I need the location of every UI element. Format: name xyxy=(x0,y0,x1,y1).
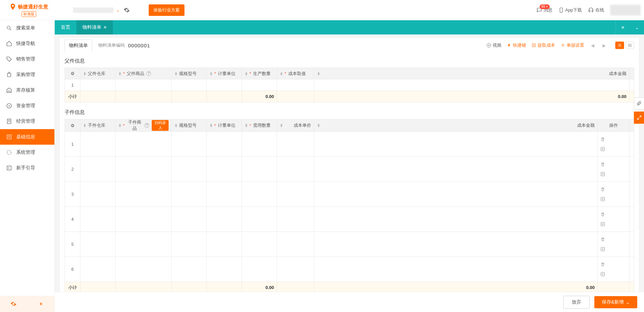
col-parent-warehouse[interactable]: ▲▼父件仓库 xyxy=(80,68,116,79)
cell-input[interactable] xyxy=(207,79,242,91)
expand-tab[interactable] xyxy=(634,112,644,124)
scan-input-tag[interactable]: 扫码录入 xyxy=(152,120,169,131)
tab-home[interactable]: 首页 xyxy=(55,20,76,34)
list-view-toggle[interactable] xyxy=(615,42,624,49)
cell-input[interactable] xyxy=(314,232,598,257)
cta-button[interactable]: 体验行业方案 xyxy=(149,4,184,16)
cell-input[interactable] xyxy=(277,132,314,157)
col-parent-costbasis[interactable]: ▲▼*成本取值 xyxy=(277,68,314,79)
col-parent-unit[interactable]: ▲▼*计量单位 xyxy=(207,68,242,79)
help-icon[interactable]: ? xyxy=(146,71,151,76)
cell-input[interactable] xyxy=(242,207,277,232)
table-row[interactable]: 1 xyxy=(65,132,634,157)
org-selector[interactable]: ⌄ xyxy=(73,7,120,13)
col-gear[interactable]: ⚙ xyxy=(65,119,80,132)
cell-input[interactable] xyxy=(80,207,116,232)
sidebar-item-finance[interactable]: ¥ 资金管理 xyxy=(0,98,54,114)
sidebar-item-purchase[interactable]: 采购管理 xyxy=(0,67,54,82)
settings-gear-icon[interactable] xyxy=(124,7,130,13)
cell-input[interactable] xyxy=(242,132,277,157)
sidebar-item-search[interactable]: 搜索菜单 xyxy=(0,20,54,36)
online-support-link[interactable]: 在线 xyxy=(588,7,604,13)
footer-gear-icon[interactable] xyxy=(10,301,17,307)
discard-button[interactable]: 放弃 xyxy=(563,296,590,309)
cell-input[interactable] xyxy=(172,132,207,157)
cell-input[interactable] xyxy=(314,79,629,91)
col-child-costamount[interactable]: ▲▼成本金额 xyxy=(314,119,598,132)
cell-input[interactable] xyxy=(116,182,172,207)
cell-input[interactable] xyxy=(80,79,116,91)
cell-input[interactable] xyxy=(80,257,116,282)
delete-row-icon[interactable] xyxy=(600,237,626,242)
add-row-icon[interactable] xyxy=(600,272,626,277)
cell-input[interactable] xyxy=(242,232,277,257)
col-gear[interactable]: ⚙ xyxy=(65,68,80,79)
doc-settings-link[interactable]: 单据设置 xyxy=(561,42,584,48)
cell-input[interactable] xyxy=(207,207,242,232)
cell-input[interactable] xyxy=(277,257,314,282)
delete-row-icon[interactable] xyxy=(600,187,626,192)
cell-input[interactable] xyxy=(172,257,207,282)
sidebar-item-system[interactable]: 系统管理 xyxy=(0,145,54,160)
app-download-link[interactable]: App下载 xyxy=(559,7,582,13)
cell-input[interactable] xyxy=(116,232,172,257)
shortcut-link[interactable]: 快捷键 xyxy=(507,42,526,48)
sidebar-item-operations[interactable]: 经营管理 xyxy=(0,114,54,129)
card-view-toggle[interactable] xyxy=(625,42,634,49)
cell-input[interactable] xyxy=(314,182,598,207)
tab-bom[interactable]: 物料清单 ✕ xyxy=(76,20,113,34)
add-row-icon[interactable] xyxy=(600,222,626,226)
table-row[interactable]: 6 xyxy=(65,257,634,282)
extract-cost-link[interactable]: 提取成本 xyxy=(531,42,555,48)
sidebar-item-quicknav[interactable]: 快捷导航 xyxy=(0,36,54,51)
cell-input[interactable] xyxy=(172,232,207,257)
save-new-button[interactable]: 保存&新增 ⌄ xyxy=(594,296,637,308)
cell-input[interactable] xyxy=(116,207,172,232)
col-child-unitcost[interactable]: ▲▼成本单价 xyxy=(277,119,314,132)
add-row-icon[interactable] xyxy=(600,147,626,151)
cell-input[interactable] xyxy=(207,157,242,182)
table-row[interactable]: 3 xyxy=(65,182,634,207)
col-parent-costamount[interactable]: ▲▼成本金额 xyxy=(314,68,629,79)
cell-input[interactable] xyxy=(242,182,277,207)
add-row-icon[interactable] xyxy=(600,247,626,251)
cell-input[interactable] xyxy=(207,132,242,157)
col-child-warehouse[interactable]: ▲▼子件仓库 xyxy=(80,119,116,132)
add-row-icon[interactable] xyxy=(600,172,626,176)
cell-input[interactable] xyxy=(172,207,207,232)
close-icon[interactable]: ✕ xyxy=(103,25,107,30)
table-row[interactable]: 5 xyxy=(65,232,634,257)
cell-input[interactable] xyxy=(80,182,116,207)
col-parent-qty[interactable]: ▲▼*生产数量 xyxy=(242,68,277,79)
col-child-spec[interactable]: ▲▼规格型号 xyxy=(172,119,207,132)
cell-input[interactable] xyxy=(116,157,172,182)
cell-input[interactable] xyxy=(277,79,314,91)
table-row[interactable]: 4 xyxy=(65,207,634,232)
delete-row-icon[interactable] xyxy=(600,212,626,217)
cell-input[interactable] xyxy=(207,232,242,257)
cell-input[interactable] xyxy=(242,157,277,182)
video-link[interactable]: 视频 xyxy=(487,42,501,48)
cell-input[interactable] xyxy=(277,207,314,232)
col-parent-spec[interactable]: ▲▼规格型号 xyxy=(172,68,207,79)
cell-input[interactable] xyxy=(242,257,277,282)
cell-input[interactable] xyxy=(314,207,598,232)
col-child-product[interactable]: ▲▼*子件商品?扫码录入 xyxy=(116,119,172,132)
cell-input[interactable] xyxy=(207,182,242,207)
help-icon[interactable]: ? xyxy=(145,123,149,128)
user-avatar[interactable] xyxy=(610,5,641,16)
cell-input[interactable] xyxy=(80,157,116,182)
cell-input[interactable] xyxy=(80,132,116,157)
cell-input[interactable] xyxy=(80,232,116,257)
sidebar-item-basicinfo[interactable]: 基础信息 xyxy=(0,129,54,145)
cell-input[interactable] xyxy=(277,232,314,257)
cell-input[interactable] xyxy=(172,157,207,182)
cell-input[interactable] xyxy=(116,79,172,91)
cell-input[interactable] xyxy=(277,157,314,182)
tab-menu[interactable]: ⌄ xyxy=(630,20,644,34)
table-row[interactable]: 2 xyxy=(65,157,634,182)
cell-input[interactable] xyxy=(172,79,207,91)
sidebar-item-sales[interactable]: 销售管理 xyxy=(0,51,54,67)
cell-input[interactable] xyxy=(277,182,314,207)
cell-input[interactable] xyxy=(116,132,172,157)
